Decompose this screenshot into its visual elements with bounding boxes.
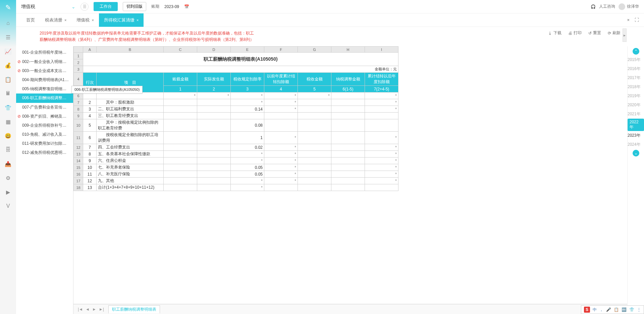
cell[interactable]: * bbox=[231, 99, 264, 106]
tab-所得税汇算清缴[interactable]: 所得税汇算清缴× bbox=[99, 13, 144, 27]
cell[interactable]: * bbox=[197, 92, 231, 99]
cell[interactable] bbox=[331, 184, 365, 191]
cell[interactable] bbox=[197, 184, 231, 191]
cell[interactable] bbox=[365, 184, 398, 191]
cell[interactable] bbox=[164, 106, 197, 113]
close-icon[interactable]: × bbox=[64, 18, 66, 22]
cell[interactable] bbox=[298, 144, 331, 151]
cell[interactable]: * bbox=[264, 144, 298, 151]
nav-tax-icon[interactable]: 😃 bbox=[4, 132, 12, 140]
form-item[interactable]: 004-期间费用明细表(A1040... bbox=[16, 75, 73, 84]
cell[interactable] bbox=[164, 151, 197, 158]
refresh-button[interactable]: ⟳刷新 bbox=[608, 30, 621, 36]
cell[interactable]: 六、住房公积金 bbox=[97, 158, 164, 164]
cell[interactable]: * bbox=[365, 144, 398, 151]
cell[interactable]: * bbox=[365, 158, 398, 164]
cell[interactable] bbox=[298, 184, 331, 191]
cell[interactable] bbox=[331, 158, 365, 164]
year-item[interactable]: 2022年 bbox=[628, 119, 644, 131]
cell[interactable]: 0.14 bbox=[231, 106, 264, 113]
cell[interactable]: 13 bbox=[83, 184, 97, 191]
cell[interactable] bbox=[298, 106, 331, 113]
cell[interactable] bbox=[298, 151, 331, 158]
cell[interactable]: 6 bbox=[83, 132, 97, 144]
cell[interactable] bbox=[197, 178, 231, 184]
cell[interactable] bbox=[164, 178, 197, 184]
ime-mode[interactable]: 中 bbox=[593, 307, 597, 313]
cell[interactable]: * bbox=[231, 158, 264, 164]
cell[interactable] bbox=[331, 171, 365, 178]
cell[interactable] bbox=[298, 99, 331, 106]
form-item[interactable]: ⊘002-一般企业收入明细表(A... bbox=[16, 57, 73, 66]
cell[interactable] bbox=[331, 106, 365, 113]
cell[interactable]: 七、补充养老保险 bbox=[97, 164, 164, 171]
cell[interactable] bbox=[164, 164, 197, 171]
cell[interactable] bbox=[164, 119, 197, 132]
calendar-icon[interactable]: 📅 bbox=[184, 4, 189, 9]
ime-icon[interactable]: 📋 bbox=[614, 307, 619, 312]
spreadsheet[interactable]: ABCDEFGHI1职工薪酬纳税调整明细表(A105050)23金额单位：元4行… bbox=[73, 46, 627, 304]
form-item[interactable]: ⊘003-一般企业成本支出明细... bbox=[16, 66, 73, 75]
cell[interactable] bbox=[298, 171, 331, 178]
cell[interactable] bbox=[197, 106, 231, 113]
cell[interactable] bbox=[264, 113, 298, 119]
form-item[interactable]: ⊘008-资产折旧、摊销及纳税... bbox=[16, 112, 73, 121]
cell[interactable]: 4 bbox=[83, 113, 97, 119]
consult-link[interactable]: 人工咨询 bbox=[599, 4, 615, 9]
cell[interactable]: 四、工会经费支出 bbox=[97, 144, 164, 151]
nav-video-icon[interactable]: ▶ bbox=[4, 188, 12, 196]
form-item[interactable]: 001-企业所得税年度纳税申... bbox=[16, 48, 73, 57]
year-item[interactable]: 2024年 bbox=[628, 140, 644, 149]
print-button[interactable]: 🖨打印 bbox=[568, 30, 582, 36]
cell[interactable] bbox=[164, 99, 197, 106]
cell[interactable]: 12 bbox=[83, 178, 97, 184]
cell[interactable]: 11 bbox=[83, 171, 97, 178]
cell[interactable]: 0.05 bbox=[231, 171, 264, 178]
cell[interactable]: * bbox=[264, 178, 298, 184]
cell[interactable] bbox=[164, 132, 197, 144]
cell[interactable]: 按税收规定全额扣除的职工培训费用 bbox=[97, 132, 164, 144]
cell[interactable]: * bbox=[365, 99, 398, 106]
cell[interactable] bbox=[331, 178, 365, 184]
cell[interactable] bbox=[298, 178, 331, 184]
cell[interactable] bbox=[197, 151, 231, 158]
ime-icon[interactable]: ⋮ bbox=[637, 307, 641, 312]
cell[interactable] bbox=[298, 158, 331, 164]
period-value[interactable]: 2023-09 bbox=[164, 4, 179, 9]
cell[interactable]: * bbox=[298, 92, 331, 99]
cell[interactable]: * bbox=[264, 171, 298, 178]
cell[interactable]: * bbox=[264, 106, 298, 113]
cell[interactable] bbox=[197, 132, 231, 144]
cell[interactable] bbox=[264, 184, 298, 191]
tax-type-dropdown[interactable]: 增值税 ⌄ bbox=[21, 4, 75, 10]
form-item[interactable]: 010-免税、减计收入及加计... bbox=[16, 130, 73, 139]
year-item[interactable]: 2023年 bbox=[628, 131, 644, 140]
nav-settings-icon[interactable]: ⚙ bbox=[4, 174, 12, 182]
nav-doc-icon[interactable]: ☰ bbox=[4, 33, 12, 41]
cell[interactable]: 五、各类基本社会保障性缴款 bbox=[97, 151, 164, 158]
cell[interactable]: 9 bbox=[83, 158, 97, 164]
form-item[interactable]: 009-企业所得税弥补亏损明... bbox=[16, 121, 73, 130]
cell[interactable]: * bbox=[264, 158, 298, 164]
nav-calc-icon[interactable]: 🖩 bbox=[4, 89, 12, 98]
year-item[interactable]: 2021年 bbox=[628, 110, 644, 119]
cell[interactable]: 0.08 bbox=[231, 119, 264, 132]
cell[interactable] bbox=[164, 171, 197, 178]
cell[interactable] bbox=[231, 113, 264, 119]
expand-tabs[interactable]: ⛶ bbox=[635, 17, 639, 22]
cell[interactable]: 3 bbox=[83, 106, 97, 113]
cell[interactable]: * bbox=[365, 171, 398, 178]
cell[interactable] bbox=[197, 119, 231, 132]
form-item[interactable]: 007-广告费和业务宣传费跨... bbox=[16, 103, 73, 112]
year-item[interactable]: 2019年 bbox=[628, 91, 644, 101]
cell[interactable]: * bbox=[264, 132, 298, 144]
nav-inbox-icon[interactable]: 📥 bbox=[4, 160, 12, 168]
cell[interactable]: * bbox=[365, 132, 398, 144]
cell[interactable] bbox=[298, 132, 331, 144]
ime-icon[interactable]: 👕 bbox=[629, 307, 634, 312]
tab-增值税[interactable]: 增值税× bbox=[71, 13, 99, 27]
cell[interactable]: 8 bbox=[83, 151, 97, 158]
cell[interactable] bbox=[197, 144, 231, 151]
tab-首页[interactable]: 首页 bbox=[21, 13, 40, 27]
ime-icon[interactable]: 🎤 bbox=[606, 307, 611, 312]
